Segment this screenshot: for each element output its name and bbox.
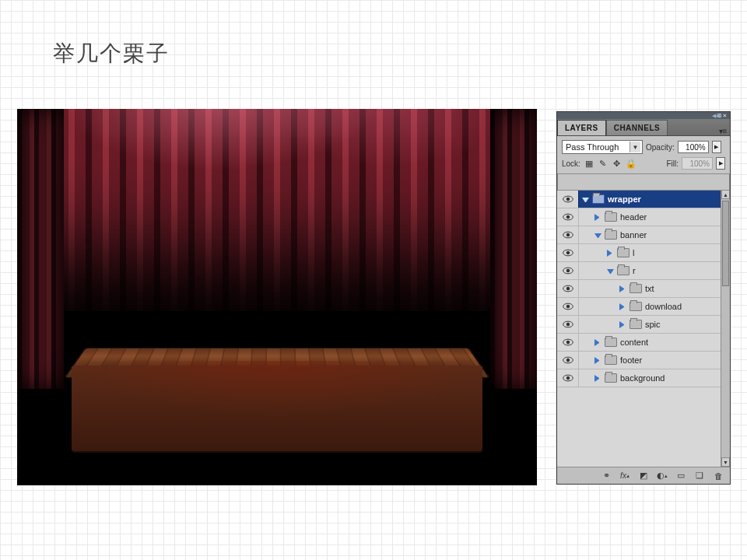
curtain xyxy=(17,109,537,311)
visibility-eye-icon[interactable] xyxy=(557,280,579,297)
layer-row-txt[interactable]: txt xyxy=(557,280,721,298)
layer-name: download xyxy=(645,302,682,311)
chevron-right-icon[interactable] xyxy=(594,375,601,382)
layer-row-background[interactable]: background xyxy=(557,369,721,387)
scrollbar[interactable]: ▲ ▼ xyxy=(721,190,730,467)
layer-row-content[interactable]: content xyxy=(557,334,721,352)
opacity-stepper[interactable]: ▶ xyxy=(712,141,721,153)
chevron-right-icon[interactable] xyxy=(607,250,614,257)
stage-illustration xyxy=(17,109,537,485)
svg-point-7 xyxy=(566,251,569,254)
opacity-field[interactable]: 100% xyxy=(678,141,709,153)
group-icon[interactable]: ▭ xyxy=(675,471,686,481)
layer-row-download[interactable]: download xyxy=(557,298,721,316)
panel-menu-icon[interactable]: ▾≡ xyxy=(716,127,730,135)
layer-row-l[interactable]: l xyxy=(557,244,721,262)
visibility-eye-icon[interactable] xyxy=(557,334,579,351)
chevron-down-icon[interactable] xyxy=(607,269,614,276)
folder-icon xyxy=(630,284,642,293)
svg-point-11 xyxy=(566,287,569,290)
folder-icon xyxy=(617,248,630,257)
adjustment-icon[interactable]: ◐▴ xyxy=(657,471,668,481)
svg-point-1 xyxy=(566,198,569,201)
layer-options: Pass Through ▼ Opacity: 100% ▶ Lock: ▦ ✎… xyxy=(557,136,730,174)
layer-name: l xyxy=(633,248,634,257)
trash-icon[interactable]: 🗑 xyxy=(713,471,724,481)
chevron-right-icon[interactable] xyxy=(594,214,601,221)
link-icon[interactable]: ⚭ xyxy=(601,471,612,481)
visibility-eye-icon[interactable] xyxy=(557,262,579,279)
layer-row-wrapper[interactable]: wrapper xyxy=(557,191,721,208)
folder-icon xyxy=(592,194,605,204)
svg-point-5 xyxy=(566,233,569,236)
chevron-down-icon: ▼ xyxy=(630,142,640,152)
svg-point-3 xyxy=(566,215,569,219)
visibility-eye-icon[interactable] xyxy=(557,191,579,208)
svg-point-21 xyxy=(566,376,569,380)
layer-row-banner[interactable]: banner xyxy=(557,226,721,244)
new-layer-icon[interactable]: ❏ xyxy=(694,471,705,481)
visibility-eye-icon[interactable] xyxy=(557,226,579,243)
visibility-eye-icon[interactable] xyxy=(557,298,579,315)
lock-label: Lock: xyxy=(562,159,580,168)
minimize-icon[interactable] xyxy=(717,114,721,117)
layer-row-header[interactable]: header xyxy=(557,208,721,226)
chevron-right-icon[interactable] xyxy=(619,285,626,292)
opacity-label: Opacity: xyxy=(646,143,675,152)
tab-layers[interactable]: LAYERS xyxy=(557,120,606,135)
layer-row-spic[interactable]: spic xyxy=(557,316,721,334)
scroll-up-icon[interactable]: ▲ xyxy=(721,190,730,199)
chevron-down-icon[interactable] xyxy=(582,198,589,205)
layer-name: content xyxy=(620,338,648,347)
svg-point-15 xyxy=(566,323,569,326)
layer-name: r xyxy=(633,266,636,275)
chevron-down-icon[interactable] xyxy=(594,233,601,240)
chevron-right-icon[interactable] xyxy=(594,339,601,346)
scroll-thumb[interactable] xyxy=(722,201,729,286)
lock-paint-icon[interactable]: ✎ xyxy=(598,158,608,169)
layer-row-footer[interactable]: footer xyxy=(557,352,721,369)
floor-glow xyxy=(17,361,537,485)
lock-transparent-icon[interactable]: ▦ xyxy=(584,158,594,169)
layer-row-r[interactable]: r xyxy=(557,262,721,280)
folder-icon xyxy=(605,338,617,347)
svg-point-17 xyxy=(566,341,569,344)
visibility-eye-icon[interactable] xyxy=(557,316,579,333)
visibility-eye-icon[interactable] xyxy=(557,369,579,387)
blend-mode-value: Pass Through xyxy=(566,142,619,152)
mask-icon[interactable]: ◩ xyxy=(638,471,649,481)
scroll-down-icon[interactable]: ▼ xyxy=(721,457,730,467)
folder-icon xyxy=(605,373,617,383)
blend-mode-select[interactable]: Pass Through ▼ xyxy=(562,140,643,154)
svg-point-9 xyxy=(566,269,569,272)
visibility-eye-icon[interactable] xyxy=(557,208,579,226)
chevron-right-icon[interactable] xyxy=(619,303,626,310)
layer-name: header xyxy=(620,212,647,222)
panel-titlebar: ◀◀ × xyxy=(557,112,730,119)
visibility-eye-icon[interactable] xyxy=(557,352,579,369)
layer-name: footer xyxy=(620,355,642,365)
svg-point-13 xyxy=(566,305,569,308)
lock-all-icon[interactable]: 🔒 xyxy=(626,158,637,169)
layer-name: background xyxy=(620,373,665,383)
close-icon[interactable]: × xyxy=(723,114,727,117)
folder-icon xyxy=(630,302,642,311)
layers-list: wrapperheaderbannerlrtxtdownloadspiccont… xyxy=(557,190,721,467)
lock-move-icon[interactable]: ✥ xyxy=(612,158,622,169)
folder-icon xyxy=(617,266,630,275)
fill-stepper[interactable]: ▶ xyxy=(716,157,725,170)
layer-name: wrapper xyxy=(608,194,641,204)
folder-icon xyxy=(605,212,617,222)
fill-label: Fill: xyxy=(666,159,679,168)
chevron-right-icon[interactable] xyxy=(594,357,601,364)
tab-channels[interactable]: CHANNELS xyxy=(606,120,668,135)
chevron-right-icon[interactable] xyxy=(619,321,626,328)
layer-name: spic xyxy=(645,320,661,329)
panel-tabs: LAYERS CHANNELS ▾≡ xyxy=(557,119,730,136)
fx-icon[interactable]: fx▴ xyxy=(619,471,630,481)
folder-icon xyxy=(605,230,617,240)
svg-point-19 xyxy=(566,359,569,362)
folder-icon xyxy=(630,320,642,329)
visibility-eye-icon[interactable] xyxy=(557,244,579,261)
collapse-icon[interactable]: ◀◀ xyxy=(712,114,716,117)
